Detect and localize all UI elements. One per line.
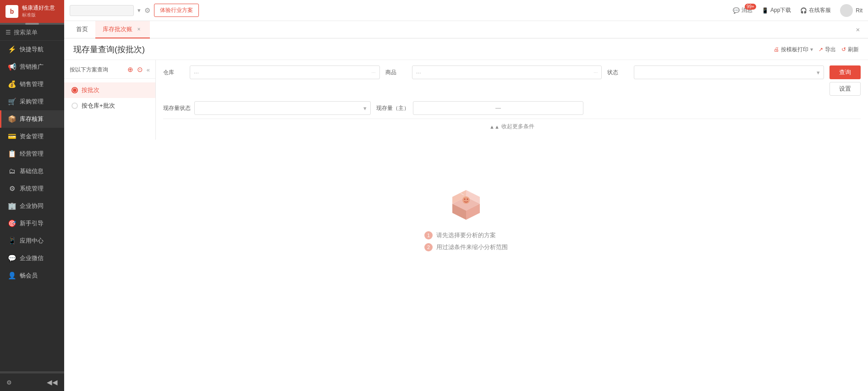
row2: 现存量状态 ▾ 现存量（主） — <box>163 101 861 115</box>
operations-icon: 📋 <box>8 150 16 158</box>
main-area: ▾ ⚙ 体验行业方案 💬 消息 99+ 📱 App下载 🎧 在线客服 Rit <box>64 0 868 391</box>
status-field: 状态 ▾ <box>607 65 824 79</box>
export-button[interactable]: ↗ 导出 <box>819 46 836 54</box>
settings-icon[interactable]: ⚙ <box>6 379 12 386</box>
app-name: 畅康通好生意 <box>22 5 55 12</box>
filter-sidebar: 按以下方案查询 ⊕ ⊙ « 按批次 按仓库+批次 <box>64 60 156 140</box>
inventory-status-select[interactable]: ▾ <box>194 101 371 115</box>
radio-by-batch <box>71 87 78 93</box>
status-chevron-icon: ▾ <box>817 69 820 76</box>
filter-collapse-icon[interactable]: « <box>147 66 150 73</box>
empty-illustration <box>443 176 489 222</box>
member-icon: 👤 <box>8 272 16 280</box>
collapse-more-button[interactable]: ▲▲ 收起更多条件 <box>163 119 861 134</box>
sidebar-item-inventory[interactable]: 📦 库存核算 <box>0 110 64 128</box>
print-dropdown-icon[interactable]: ▾ <box>810 46 813 53</box>
messages-button[interactable]: 💬 消息 99+ <box>733 6 753 14</box>
page-header: 现存量查询(按批次) 🖨 按模板打印 ▾ ↗ 导出 ↺ 刷新 <box>64 38 868 60</box>
sidebar-item-purchase[interactable]: 🛒 采购管理 <box>0 93 64 110</box>
sidebar-search[interactable]: ☰ 搜索菜单 <box>0 25 64 41</box>
sidebar-item-system[interactable]: ⚙ 系统管理 <box>0 180 64 197</box>
svg-point-7 <box>467 199 468 200</box>
sidebar-item-quick-nav[interactable]: ⚡ 快捷导航 <box>0 41 64 58</box>
warehouse-input[interactable]: ··· ··· <box>190 65 380 79</box>
svg-point-6 <box>464 199 466 200</box>
product-label: 商品 <box>385 69 408 76</box>
phone-icon: 📱 <box>762 7 769 14</box>
printer-icon: 🖨 <box>774 46 779 53</box>
empty-state: 1 请先选择要分析的方案 2 用过滤条件来缩小分析范围 <box>64 140 868 288</box>
guide-icon: 🎯 <box>8 219 16 228</box>
export-icon: ↗ <box>819 46 823 53</box>
headset-icon: 🎧 <box>800 7 807 14</box>
status-select[interactable]: ▾ <box>634 65 824 79</box>
warehouse-label: 仓库 <box>163 69 186 76</box>
app-version: 标准版 <box>22 12 55 18</box>
refresh-button[interactable]: ↺ 刷新 <box>841 46 859 54</box>
settings-button[interactable]: 设置 <box>830 82 861 96</box>
sales-icon: 💰 <box>8 80 16 88</box>
sidebar-item-marketing[interactable]: 📢 营销推广 <box>0 58 64 76</box>
filter-sidebar-header: 按以下方案查询 ⊕ ⊙ « <box>64 65 155 79</box>
topbar-dropdown-icon[interactable]: ▾ <box>137 7 141 14</box>
filter-option-by-batch[interactable]: 按批次 <box>64 82 155 98</box>
app-download-button[interactable]: 📱 App下载 <box>762 6 791 14</box>
inventory-qty-field: 现存量（主） — <box>376 101 584 115</box>
empty-hint-1: 1 请先选择要分析的方案 <box>424 231 508 239</box>
online-service-button[interactable]: 🎧 在线客服 <box>800 6 831 14</box>
wechat-icon: 💬 <box>8 254 16 262</box>
sidebar-item-basics[interactable]: 🗂 基础信息 <box>0 163 64 180</box>
status-label: 状态 <box>607 69 630 76</box>
query-button[interactable]: 查询 <box>830 65 861 79</box>
add-filter-icon[interactable]: ⊕ <box>127 65 133 74</box>
inventory-qty-range[interactable]: — <box>413 101 584 115</box>
marketing-icon: 📢 <box>8 63 16 71</box>
app-logo: b <box>5 5 18 18</box>
inventory-qty-to[interactable] <box>503 105 579 111</box>
product-input[interactable]: ··· ··· <box>412 65 602 79</box>
user-avatar-button[interactable]: Rit <box>840 4 863 17</box>
sidebar-item-sales[interactable]: 💰 销售管理 <box>0 76 64 93</box>
collapse-chevron-icon: ▲▲ <box>489 124 500 130</box>
sidebar-item-operations[interactable]: 📋 经营管理 <box>0 145 64 163</box>
tab-home[interactable]: 首页 <box>69 21 95 38</box>
sidebar-header: b 畅康通好生意 标准版 <box>0 0 64 23</box>
topbar-right: 💬 消息 99+ 📱 App下载 🎧 在线客服 Rit <box>733 4 863 17</box>
flash-icon: ⚡ <box>8 45 16 54</box>
tabs-bar: 首页 库存批次账 × × <box>64 21 868 38</box>
product-more-icon: ··· <box>593 70 598 75</box>
page-header-actions: 🖨 按模板打印 ▾ ↗ 导出 ↺ 刷新 <box>774 46 859 54</box>
page-title: 现存量查询(按批次) <box>73 44 145 55</box>
inventory-status-label: 现存量状态 <box>163 104 191 112</box>
sidebar-item-apps[interactable]: 📱 应用中心 <box>0 232 64 250</box>
tab-inventory-batch[interactable]: 库存批次账 × <box>95 21 150 38</box>
sidebar-item-guide[interactable]: 🎯 新手引导 <box>0 215 64 232</box>
finance-icon: 💳 <box>8 132 16 141</box>
filter-main: 仓库 ··· ··· 商品 ··· ··· <box>156 60 868 140</box>
svg-point-5 <box>462 196 470 204</box>
topbar-gear-icon[interactable]: ⚙ <box>144 6 150 15</box>
topbar: ▾ ⚙ 体验行业方案 💬 消息 99+ 📱 App下载 🎧 在线客服 Rit <box>64 0 868 21</box>
tab-active-label: 库存批次账 <box>103 25 132 33</box>
sidebar-item-enterprise[interactable]: 🏢 企业协同 <box>0 197 64 215</box>
inventory-qty-from[interactable] <box>417 105 494 111</box>
page-content: 现存量查询(按批次) 🖨 按模板打印 ▾ ↗ 导出 ↺ 刷新 <box>64 38 868 391</box>
tab-close-icon[interactable]: × <box>135 26 143 33</box>
sidebar-item-wechat[interactable]: 💬 企业微信 <box>0 250 64 267</box>
experience-button[interactable]: 体验行业方案 <box>154 4 199 17</box>
message-icon: 💬 <box>733 7 740 14</box>
filter-settings-icon[interactable]: ⊙ <box>137 65 143 74</box>
inventory-qty-label: 现存量（主） <box>376 104 409 112</box>
sidebar-item-finance[interactable]: 💳 资金管理 <box>0 128 64 145</box>
filter-option-by-warehouse-batch[interactable]: 按仓库+批次 <box>64 98 155 114</box>
warehouse-field: 仓库 ··· ··· <box>163 65 380 79</box>
topbar-search-input[interactable] <box>70 5 134 16</box>
sidebar-item-member[interactable]: 👤 畅会员 <box>0 267 64 284</box>
refresh-icon: ↺ <box>841 46 846 53</box>
apps-icon: 📱 <box>8 237 16 245</box>
print-button[interactable]: 🖨 按模板打印 ▾ <box>774 46 813 54</box>
inventory-status-chevron-icon: ▾ <box>363 105 367 112</box>
product-field: 商品 ··· ··· <box>385 65 602 79</box>
tabs-close-all-button[interactable]: × <box>852 24 863 35</box>
collapse-sidebar-icon[interactable]: ◀◀ <box>47 378 58 386</box>
